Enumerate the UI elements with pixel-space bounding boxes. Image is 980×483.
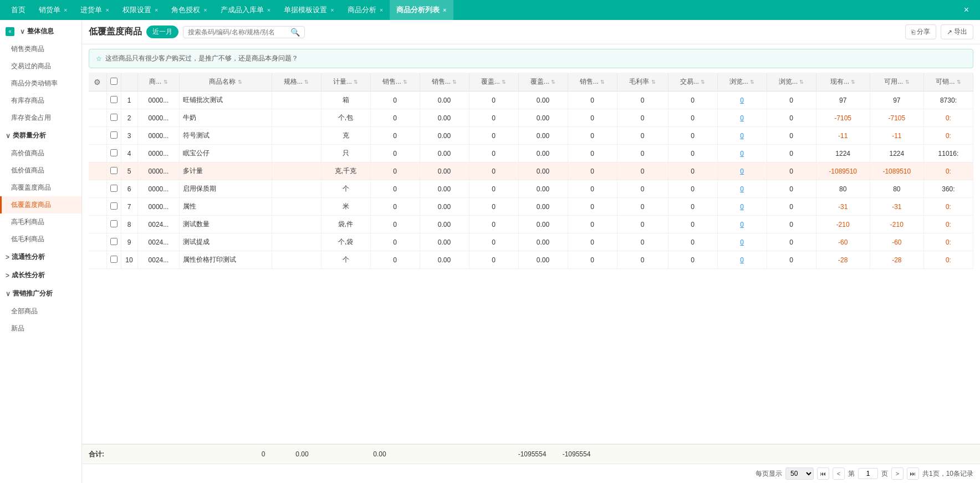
sidebar-item-capital-occupy[interactable]: 库存资金占用 [0, 109, 81, 126]
checkbox-cell[interactable] [106, 198, 121, 216]
nav-tab-role[interactable]: 角色授权 × [165, 0, 213, 20]
nav-tab-permissions[interactable]: 权限设置 × [116, 0, 165, 20]
sellable-column-header[interactable]: 可销... ⇅ [923, 73, 973, 91]
filter-recent-month-button[interactable]: 近一月 [146, 26, 178, 38]
row-checkbox[interactable] [110, 256, 118, 263]
coverage1-column-header[interactable]: 覆盖... ⇅ [469, 73, 518, 91]
spec-column-header[interactable]: 规格... ⇅ [272, 73, 321, 91]
sidebar-item-with-stock[interactable]: 有库存商品 [0, 92, 81, 109]
row-checkbox[interactable] [110, 238, 118, 245]
browse2-column-header[interactable]: 浏览... ⇅ [767, 73, 816, 91]
prev-page-button[interactable]: < [833, 467, 845, 480]
sidebar-item-high-profit[interactable]: 高毛利商品 [0, 213, 81, 231]
checkbox-cell[interactable] [106, 109, 121, 127]
close-icon[interactable]: × [155, 0, 158, 20]
browse1-cell[interactable]: 0 [717, 251, 767, 269]
sidebar-section-quantity[interactable]: ∨ 类群量分析 [0, 126, 81, 145]
browse1-cell[interactable]: 0 [717, 180, 767, 198]
browse1-cell[interactable]: 0 [717, 127, 767, 145]
close-icon[interactable]: × [105, 0, 109, 20]
close-icon[interactable]: × [380, 0, 383, 20]
footer-sales-count: 0 [244, 449, 283, 459]
available-column-header[interactable]: 可用... ⇅ [870, 73, 923, 91]
search-box[interactable]: 🔍 [183, 26, 305, 38]
checkbox-column-header[interactable] [106, 73, 121, 91]
browse1-cell[interactable]: 0 [717, 198, 767, 216]
nav-tab-template[interactable]: 单据模板设置 × [277, 0, 340, 20]
sales-amount-column-header[interactable]: 销售... ⇅ [420, 73, 469, 91]
row-checkbox[interactable] [110, 114, 118, 121]
share-button[interactable]: ⎗ 分享 [905, 24, 936, 39]
checkbox-cell[interactable] [106, 216, 121, 233]
sales-count-column-header[interactable]: 销售... ⇅ [370, 73, 420, 91]
gross-margin-column-header[interactable]: 毛利率 ⇅ [617, 73, 668, 91]
settings-column-header[interactable]: ⚙ [89, 73, 106, 91]
table-container[interactable]: ⚙ 商... ⇅ 商品名称 ⇅ 规格... ⇅ 计量... ⇅ 销售... ⇅ … [82, 73, 980, 444]
nav-tab-sales[interactable]: 销货单 × [32, 0, 74, 20]
select-all-checkbox[interactable] [110, 78, 118, 85]
checkbox-cell[interactable] [106, 251, 121, 269]
close-icon[interactable]: × [330, 0, 334, 20]
sidebar-section-growth[interactable]: > 成长性分析 [0, 266, 81, 284]
name-column-header[interactable]: 商品名称 ⇅ [180, 73, 272, 91]
sidebar-section-flow[interactable]: > 流通性分析 [0, 248, 81, 266]
unit-column-header[interactable]: 计量... ⇅ [321, 73, 370, 91]
nav-tab-home[interactable]: 首页 [4, 0, 32, 20]
current-stock-column-header[interactable]: 现有... ⇅ [816, 73, 870, 91]
sidebar-item-low-profit[interactable]: 低毛利商品 [0, 231, 81, 248]
coverage2-column-header[interactable]: 覆盖... ⇅ [518, 73, 568, 91]
export-button[interactable]: ↗ 导出 [941, 24, 973, 39]
nav-tab-product-entry[interactable]: 产成品入库单 × [214, 0, 277, 20]
row-checkbox[interactable] [110, 96, 118, 103]
checkbox-cell[interactable] [106, 127, 121, 145]
checkbox-cell[interactable] [106, 162, 121, 180]
close-icon[interactable]: × [203, 0, 207, 20]
checkbox-cell[interactable] [106, 180, 121, 198]
sidebar-collapse-button[interactable]: « [6, 27, 14, 36]
browse1-cell[interactable]: 0 [717, 145, 767, 162]
browse1-column-header[interactable]: 浏览... ⇅ [717, 73, 767, 91]
nav-tab-purchase[interactable]: 进货单 × [74, 0, 115, 20]
next-page-button[interactable]: > [891, 467, 904, 480]
row-checkbox[interactable] [110, 220, 118, 227]
close-icon[interactable]: × [64, 0, 67, 20]
page-size-select[interactable]: 50 20 100 200 [785, 467, 814, 480]
nav-tab-analysis-list[interactable]: 商品分析列表 × [390, 0, 453, 20]
browse1-cell[interactable]: 0 [717, 109, 767, 127]
nav-tab-analysis[interactable]: 商品分析 × [341, 0, 390, 20]
sidebar-item-traded-goods[interactable]: 交易过的商品 [0, 58, 81, 75]
row-checkbox[interactable] [110, 167, 118, 174]
sidebar-item-turnover-rate[interactable]: 商品分类动销率 [0, 75, 81, 92]
checkbox-cell[interactable] [106, 233, 121, 251]
last-page-button[interactable]: ⏭ [907, 467, 919, 480]
browse1-cell[interactable]: 0 [717, 216, 767, 233]
checkbox-cell[interactable] [106, 91, 121, 109]
sidebar-item-high-coverage[interactable]: 高覆盖度商品 [0, 179, 81, 196]
search-input[interactable] [188, 28, 290, 36]
page-number-input[interactable] [858, 468, 878, 479]
checkbox-cell[interactable] [106, 145, 121, 162]
sidebar-item-low-coverage[interactable]: 低覆盖度商品 [0, 196, 81, 213]
sidebar-item-new-goods[interactable]: 新品 [0, 320, 81, 337]
browse1-cell[interactable]: 0 [717, 91, 767, 109]
close-icon[interactable]: × [267, 0, 270, 20]
sidebar-item-all-goods[interactable]: 全部商品 [0, 303, 81, 320]
browse1-cell[interactable]: 0 [717, 233, 767, 251]
sidebar-item-sales-goods[interactable]: 销售类商品 [0, 40, 81, 58]
first-page-button[interactable]: ⏮ [817, 467, 829, 480]
sidebar-section-marketing[interactable]: ∨ 营销推广分析 [0, 284, 81, 303]
row-checkbox[interactable] [110, 149, 118, 156]
row-checkbox[interactable] [110, 185, 118, 192]
close-icon[interactable]: × [443, 0, 446, 20]
sidebar-section-overall[interactable]: ∨ 整体信息 [14, 22, 59, 40]
row-checkbox[interactable] [110, 202, 118, 210]
sales-detail-column-header[interactable]: 销售... ⇅ [568, 73, 617, 91]
window-close-button[interactable]: × [957, 5, 976, 15]
settings-icon[interactable]: ⚙ [94, 78, 101, 87]
sidebar-item-low-value[interactable]: 低价值商品 [0, 162, 81, 179]
code-column-header[interactable]: 商... ⇅ [137, 73, 180, 91]
browse1-cell[interactable]: 0 [717, 162, 767, 180]
transaction-column-header[interactable]: 交易... ⇅ [668, 73, 717, 91]
sidebar-item-high-value[interactable]: 高价值商品 [0, 145, 81, 162]
row-checkbox[interactable] [110, 131, 118, 139]
